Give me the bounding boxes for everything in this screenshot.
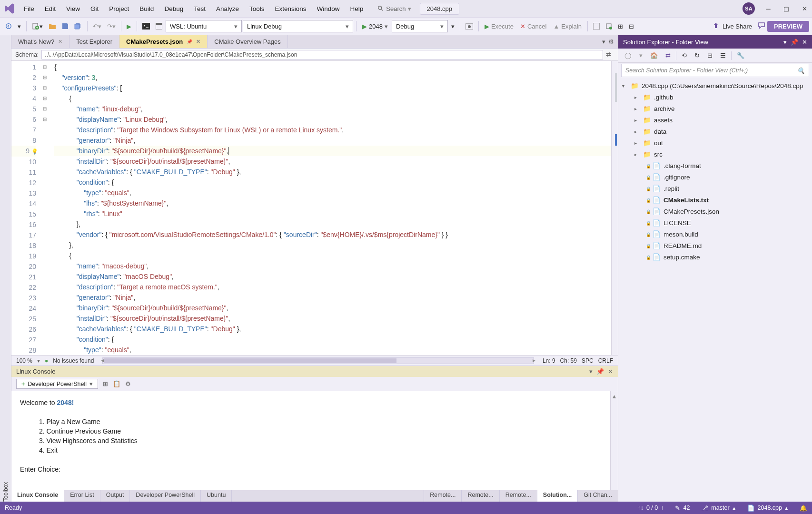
tree-root[interactable]: ▾📁2048.cpp (C:\Users\sinemakinci\Source\… xyxy=(618,80,812,91)
start-button[interactable]: ▶ xyxy=(124,21,134,31)
panel-pin2-icon[interactable]: 📌 xyxy=(791,39,798,46)
tab[interactable]: Test Explorer xyxy=(69,35,119,48)
tb-icon-4[interactable]: ⊟ xyxy=(626,21,636,31)
console-icon-2[interactable]: 📋 xyxy=(113,380,120,387)
console-icon-1[interactable]: ⊞ xyxy=(103,380,108,387)
feedback-icon[interactable] xyxy=(758,22,766,30)
tree-file[interactable]: 🔒📄meson.build xyxy=(618,228,812,240)
se-show-icon[interactable]: ☰ xyxy=(718,50,728,60)
se-sync-icon[interactable]: ⟲ xyxy=(679,50,689,60)
menu-extensions[interactable]: Extensions xyxy=(270,3,311,14)
zoom-level[interactable]: 100 % xyxy=(16,357,32,364)
user-avatar[interactable]: SA xyxy=(743,2,755,15)
menu-debug[interactable]: Debug xyxy=(159,3,188,14)
menu-window[interactable]: Window xyxy=(312,3,345,14)
bottom-tab[interactable]: Linux Console xyxy=(11,490,64,502)
se-prop-icon[interactable]: 🔧 xyxy=(734,50,747,60)
nav-back-button[interactable] xyxy=(3,21,14,31)
tree-file[interactable]: 🔒📄CMakeLists.txt xyxy=(618,194,812,206)
toolbar-overflow[interactable]: ▾ xyxy=(449,21,457,31)
tab-dropdown-icon[interactable]: ▾ xyxy=(602,38,605,45)
bottom-tab-right[interactable]: Remote... xyxy=(424,490,461,502)
bottom-tab[interactable]: Ubuntu xyxy=(201,490,232,502)
tree-folder[interactable]: ▸📁archive xyxy=(618,103,812,114)
status-branch[interactable]: ⎇ master ▴ xyxy=(701,504,735,512)
tree-file[interactable]: 🔒📄setup.cmake xyxy=(618,251,812,263)
status-bell-icon[interactable]: 🔔 xyxy=(800,504,807,512)
explain-button[interactable]: ▲Explain xyxy=(550,22,584,31)
config-dropdown[interactable]: Linux Debug▾ xyxy=(243,20,353,32)
bottom-tab[interactable]: Error List xyxy=(64,490,100,502)
menu-project[interactable]: Project xyxy=(104,3,134,14)
menu-analyze[interactable]: Analyze xyxy=(211,3,244,14)
tree-file[interactable]: 🔒📄LICENSE xyxy=(618,217,812,228)
nav-fwd-button[interactable]: ▾ xyxy=(15,21,23,31)
se-home-icon[interactable]: 🏠 xyxy=(648,50,660,60)
console-scrollbar[interactable]: ▴ xyxy=(610,391,618,490)
se-refresh-icon[interactable]: ↻ xyxy=(692,50,702,60)
tb-icon-2[interactable] xyxy=(603,21,614,31)
console-gear-icon[interactable]: ⚙ xyxy=(125,380,131,387)
close-button[interactable]: ✕ xyxy=(800,4,809,13)
tb-icon-1[interactable] xyxy=(591,21,602,31)
editor-scrollbar[interactable] xyxy=(611,61,618,355)
se-fwd-icon[interactable]: ▾ xyxy=(637,50,645,60)
tb-icon-3[interactable]: ⊞ xyxy=(615,21,625,31)
redo-button[interactable]: ↷▾ xyxy=(105,21,118,31)
schema-path[interactable]: ..\..\AppData\Local\Microsoft\VisualStud… xyxy=(41,50,603,59)
panel-dropdown-icon[interactable]: ▾ xyxy=(589,368,593,375)
live-share-button[interactable]: Live Share xyxy=(707,21,757,31)
menu-test[interactable]: Test xyxy=(189,3,210,14)
save-button[interactable] xyxy=(59,21,71,31)
panel-close2-icon[interactable]: ✕ xyxy=(802,39,807,46)
tree-file[interactable]: 🔒📄.gitignore xyxy=(618,171,812,183)
menu-tools[interactable]: Tools xyxy=(245,3,269,14)
save-all-button[interactable] xyxy=(72,21,84,31)
bottom-tab-right[interactable]: Solution... xyxy=(537,490,577,502)
solution-search[interactable]: Search Solution Explorer - Folder View (… xyxy=(621,64,809,77)
preview-button[interactable]: PREVIEW xyxy=(767,21,809,32)
bottom-tab[interactable]: Output xyxy=(100,490,130,502)
tree-folder[interactable]: ▸📁data xyxy=(618,126,812,137)
bottom-tab-right[interactable]: Remote... xyxy=(499,490,537,502)
tree-folder[interactable]: ▸📁assets xyxy=(618,114,812,126)
schema-expand-icon[interactable]: ⇄ xyxy=(603,51,614,58)
undo-button[interactable]: ↶▾ xyxy=(90,21,104,31)
menu-help[interactable]: Help xyxy=(346,3,368,14)
bottom-tab-right[interactable]: Git Chan... xyxy=(577,490,618,502)
mode-dropdown[interactable]: Debug▾ xyxy=(392,20,448,32)
status-nav[interactable]: ↑↓ 0 / 0 ↑ xyxy=(637,504,663,511)
status-file[interactable]: 📄 2048.cpp ▴ xyxy=(747,504,788,512)
tab[interactable]: CMakePresets.json📌✕ xyxy=(119,35,208,48)
open-button[interactable] xyxy=(46,21,59,31)
toolbox-strip[interactable]: Toolbox xyxy=(0,35,11,502)
tab[interactable]: What's New?✕ xyxy=(11,35,69,48)
panel-dd-icon[interactable]: ▾ xyxy=(783,39,787,46)
debug-target-button[interactable]: ▶2048▾ xyxy=(359,22,391,31)
tree-folder[interactable]: ▸📁src xyxy=(618,148,812,160)
se-collapse-icon[interactable]: ⊟ xyxy=(705,50,715,60)
execute-button[interactable]: ▶Execute xyxy=(482,22,516,31)
status-warnings[interactable]: ✎ 42 xyxy=(675,504,690,512)
menu-file[interactable]: File xyxy=(19,3,39,14)
code-editor[interactable]: 123456789💡101112131415161718192021222324… xyxy=(11,61,618,355)
h-scrollbar[interactable]: ◂▸ xyxy=(102,357,534,364)
bottom-tab-right[interactable]: Remote... xyxy=(461,490,499,502)
screenshot-button[interactable] xyxy=(463,21,475,31)
menu-build[interactable]: Build xyxy=(135,3,158,14)
panel-close-icon[interactable]: ✕ xyxy=(608,368,613,375)
console-output[interactable]: Welcome to 2048! 1. Play a New Game2. Co… xyxy=(11,391,618,490)
tree-file[interactable]: 🔒📄README.md xyxy=(618,240,812,251)
window-button[interactable] xyxy=(153,21,165,31)
tree-folder[interactable]: ▸📁out xyxy=(618,137,812,148)
menu-git[interactable]: Git xyxy=(86,3,103,14)
tree-file[interactable]: 🔒📄.clang-format xyxy=(618,160,812,171)
tree-file[interactable]: 🔒📄CMakePresets.json xyxy=(618,206,812,217)
menu-view[interactable]: View xyxy=(61,3,85,14)
new-item-button[interactable]: ▾ xyxy=(30,21,45,31)
tree-file[interactable]: 🔒📄.replit xyxy=(618,183,812,194)
se-back-icon[interactable]: ◯ xyxy=(622,50,634,60)
tab[interactable]: CMake Overview Pages xyxy=(208,35,287,48)
platform-dropdown[interactable]: WSL: Ubuntu▾ xyxy=(166,20,242,32)
search-box[interactable]: Search ▾ xyxy=(377,5,411,12)
